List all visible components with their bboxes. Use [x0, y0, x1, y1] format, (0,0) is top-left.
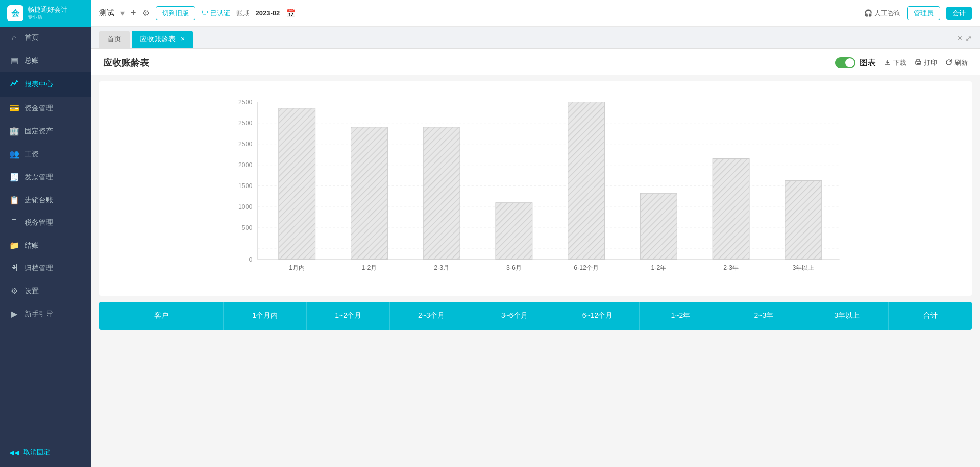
period-value: 2023-02	[256, 9, 280, 17]
sidebar-item-label: 发票管理	[24, 173, 53, 182]
col-header-2-3month: 2~3个月	[390, 302, 473, 330]
print-icon	[915, 59, 922, 67]
sidebar: 会 畅捷通好会计 专业版 ⌂ 首页 ▤ 总账 报表中心 💳 资金管理 🏢 固定资…	[0, 0, 91, 467]
chart-toggle[interactable]	[835, 57, 855, 68]
wage-icon: 👥	[9, 149, 19, 159]
topbar: 测试 ▾ + ⚙ 切到旧版 🛡 已认证 账期 2023-02 📅 🎧 人工咨询 …	[91, 0, 980, 27]
bar-1-2年	[640, 193, 677, 259]
chart-toggle-wrap: 图表	[835, 57, 876, 68]
sidebar-item-label: 结账	[24, 241, 39, 250]
chart-area: 2500 2500 2500 2000 1500 1000 500 0	[99, 81, 972, 296]
svg-text:1月内: 1月内	[289, 264, 305, 271]
app-logo-icon: 会	[7, 5, 23, 21]
svg-text:2000: 2000	[238, 161, 253, 169]
home-icon: ⌂	[9, 33, 19, 42]
sidebar-bottom: ◀◀ 取消固定	[0, 437, 91, 467]
project-title: 测试	[99, 8, 114, 18]
sidebar-nav: ⌂ 首页 ▤ 总账 报表中心 💳 资金管理 🏢 固定资产 👥 工资 🧾 发票管理	[0, 27, 91, 437]
pin-label: 取消固定	[23, 448, 50, 457]
sidebar-item-label: 报表中心	[24, 80, 53, 89]
sidebar-pin-button[interactable]: ◀◀ 取消固定	[0, 442, 91, 462]
tabs-bar: 首页 应收账龄表 × × ⤢	[91, 27, 980, 49]
sidebar-item-label: 设置	[24, 287, 39, 296]
close-ledger-icon: 📁	[9, 241, 19, 250]
sidebar-item-tax[interactable]: 🖩 税务管理	[0, 212, 91, 234]
download-button[interactable]: 下载	[884, 58, 906, 67]
col-header-1-2year: 1~2年	[640, 302, 723, 330]
sidebar-item-label: 总账	[24, 56, 39, 65]
sidebar-item-invoice[interactable]: 🧾 发票管理	[0, 166, 91, 189]
download-label: 下载	[893, 58, 906, 67]
ledger-icon: ▤	[9, 56, 19, 65]
settings-icon: ⚙	[9, 286, 19, 296]
sidebar-item-report[interactable]: 报表中心	[0, 72, 91, 97]
col-header-customer: 客户	[99, 302, 224, 330]
tab-close-button[interactable]: ×	[181, 35, 185, 43]
sidebar-item-label: 固定资产	[24, 127, 53, 136]
sidebar-item-label: 工资	[24, 150, 39, 159]
sidebar-item-sales[interactable]: 📋 进销台账	[0, 189, 91, 212]
bar-2-3月	[423, 127, 460, 260]
refresh-icon	[945, 59, 952, 67]
main-area: 测试 ▾ + ⚙ 切到旧版 🛡 已认证 账期 2023-02 📅 🎧 人工咨询 …	[91, 0, 980, 467]
sidebar-item-newbie[interactable]: ▶ 新手引导	[0, 302, 91, 325]
add-tab-button[interactable]: +	[131, 8, 136, 18]
svg-text:2500: 2500	[238, 120, 253, 127]
bar-1月内	[279, 108, 315, 260]
sales-icon: 📋	[9, 195, 19, 205]
col-header-3-6month: 3~6个月	[473, 302, 556, 330]
sidebar-item-fund[interactable]: 💳 资金管理	[0, 97, 91, 120]
sidebar-item-archive[interactable]: 🗄 归档管理	[0, 257, 91, 279]
print-button[interactable]: 打印	[915, 58, 937, 67]
table-wrap: 客户 1个月内 1~2个月 2~3个月 3~6个月 6~12个月 1~2年 2~…	[99, 302, 972, 330]
sidebar-item-label: 新手引导	[24, 310, 53, 319]
bar-chart-svg: 2500 2500 2500 2000 1500 1000 500 0	[109, 91, 962, 286]
sidebar-item-wage[interactable]: 👥 工资	[0, 143, 91, 166]
verified-text: 已认证	[210, 9, 230, 18]
svg-text:1500: 1500	[238, 182, 253, 190]
service-button[interactable]: 🎧 人工咨询	[864, 9, 901, 18]
sidebar-item-label: 税务管理	[24, 218, 53, 227]
tab-home[interactable]: 首页	[99, 31, 130, 48]
window-close-button[interactable]: ×	[958, 34, 962, 43]
col-header-2-3year: 2~3年	[722, 302, 805, 330]
svg-text:3年以上: 3年以上	[792, 264, 814, 271]
content-area: 应收账龄表 图表 下载	[91, 49, 980, 467]
sidebar-item-close[interactable]: 📁 结账	[0, 234, 91, 257]
content-scroll[interactable]: 应收账龄表 图表 下载	[91, 49, 980, 467]
invoice-icon: 🧾	[9, 172, 19, 182]
calendar-icon[interactable]: 📅	[286, 8, 296, 18]
tab-aging-label: 应收账龄表	[140, 35, 176, 43]
project-chevron-icon[interactable]: ▾	[120, 8, 125, 18]
page-actions: 图表 下载 打印	[835, 57, 968, 68]
sidebar-item-home[interactable]: ⌂ 首页	[0, 27, 91, 49]
tab-aging-report[interactable]: 应收账龄表 ×	[132, 31, 193, 48]
col-header-3plus-year: 3年以上	[805, 302, 889, 330]
bar-3-6月	[496, 203, 532, 260]
switch-version-button[interactable]: 切到旧版	[156, 6, 195, 20]
svg-text:2-3月: 2-3月	[434, 264, 449, 271]
admin-button[interactable]: 管理员	[907, 6, 940, 20]
sidebar-item-asset[interactable]: 🏢 固定资产	[0, 120, 91, 143]
svg-text:2500: 2500	[238, 99, 253, 106]
svg-text:2-3年: 2-3年	[723, 264, 739, 271]
window-expand-button[interactable]: ⤢	[965, 34, 972, 43]
sidebar-item-label: 归档管理	[24, 264, 53, 273]
tab-home-label: 首页	[107, 35, 121, 43]
pin-icon: ◀◀	[9, 449, 19, 456]
bar-6-12月	[568, 102, 605, 260]
chart-toggle-label: 图表	[860, 58, 876, 68]
sidebar-item-settings[interactable]: ⚙ 设置	[0, 279, 91, 302]
app-name: 畅捷通好会计	[28, 6, 67, 14]
accountant-button[interactable]: 会计	[946, 7, 972, 20]
tab-right-icons: × ⤢	[958, 34, 972, 45]
refresh-button[interactable]: 刷新	[945, 58, 968, 67]
settings-gear-icon[interactable]: ⚙	[142, 8, 150, 18]
app-edition: 专业版	[28, 14, 67, 21]
sidebar-item-ledger[interactable]: ▤ 总账	[0, 49, 91, 72]
verified-icon: 🛡	[202, 9, 208, 17]
bar-3年以上	[785, 181, 822, 260]
chart-svg-wrap: 2500 2500 2500 2000 1500 1000 500 0	[109, 91, 962, 286]
bar-2-3年	[713, 158, 749, 259]
svg-text:1-2年: 1-2年	[651, 264, 666, 271]
